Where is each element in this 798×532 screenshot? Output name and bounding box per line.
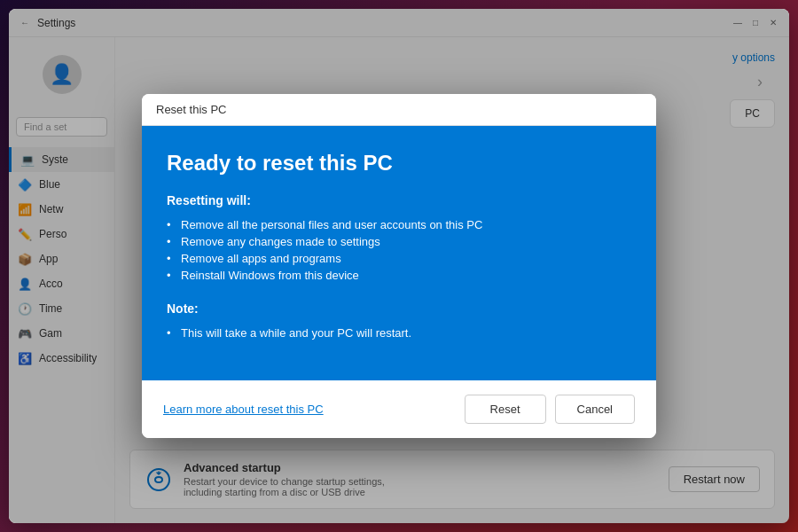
dialog-heading: Ready to reset this PC bbox=[167, 151, 631, 176]
learn-more-link[interactable]: Learn more about reset this PC bbox=[163, 403, 465, 416]
settings-window: ← Settings — □ ✕ 👤 Find a set 💻 Syste 🔷 … bbox=[9, 9, 789, 523]
list-item: Remove all the personal files and user a… bbox=[167, 216, 631, 233]
dialog-buttons: Reset Cancel bbox=[465, 395, 635, 424]
resetting-will-list: Remove all the personal files and user a… bbox=[167, 216, 631, 284]
reset-dialog: Reset this PC Ready to reset this PC Res… bbox=[142, 94, 656, 438]
dialog-title-bar: Reset this PC bbox=[142, 94, 656, 126]
note-title: Note: bbox=[167, 301, 631, 316]
list-item: Remove all apps and programs bbox=[167, 250, 631, 267]
dialog-title: Reset this PC bbox=[156, 103, 226, 116]
dialog-footer: Learn more about reset this PC Reset Can… bbox=[142, 380, 656, 438]
list-item: Remove any changes made to settings bbox=[167, 233, 631, 250]
list-item: Reinstall Windows from this device bbox=[167, 267, 631, 284]
reset-button[interactable]: Reset bbox=[465, 395, 546, 424]
dialog-body: Ready to reset this PC Resetting will: R… bbox=[142, 126, 656, 380]
note-list: This will take a while and your PC will … bbox=[167, 325, 631, 341]
resetting-will-title: Resetting will: bbox=[167, 193, 631, 207]
list-item: This will take a while and your PC will … bbox=[167, 325, 631, 341]
cancel-button[interactable]: Cancel bbox=[555, 395, 635, 424]
